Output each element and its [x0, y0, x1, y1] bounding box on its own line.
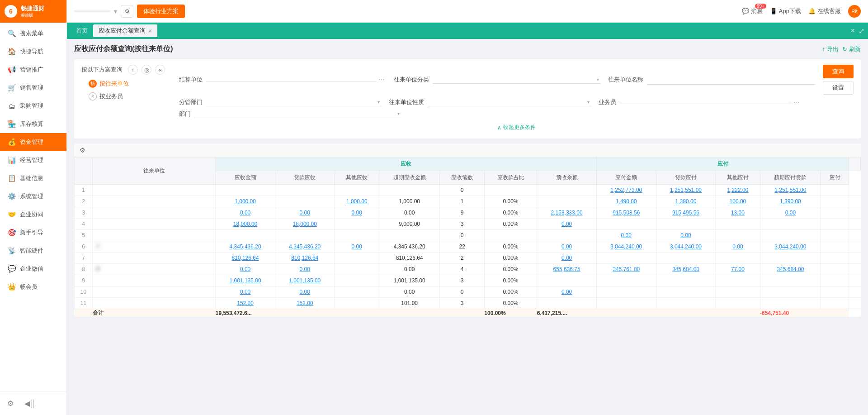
sidebar-item-finance[interactable]: 💰 资金管理: [0, 133, 66, 151]
table-cell[interactable]: 0.00: [716, 241, 760, 253]
table-cell[interactable]: 915,495.56: [656, 207, 716, 219]
settlement-input[interactable]: [206, 78, 377, 81]
table-cell[interactable]: [335, 264, 379, 275]
table-cell[interactable]: 0.00: [275, 286, 335, 298]
table-cell[interactable]: [760, 253, 821, 264]
sidebar-item-purchase[interactable]: 🗂 采购管理: [0, 97, 66, 115]
table-cell[interactable]: 1,001,135.00: [275, 275, 335, 286]
sidebar-collapse-btn[interactable]: ◀║: [24, 399, 35, 408]
partner-name-input[interactable]: [647, 75, 816, 85]
refresh-btn[interactable]: ↻ 刷新: [842, 45, 861, 53]
table-cell[interactable]: 152.00: [216, 298, 275, 309]
table-cell[interactable]: [760, 219, 821, 230]
collapse-btn[interactable]: ∧ 收起更多条件: [179, 122, 854, 133]
plan-item-bystaff[interactable]: ⏱ 按业务员: [85, 91, 172, 102]
table-cell[interactable]: [335, 219, 379, 230]
settings-button[interactable]: 设置: [823, 81, 854, 95]
table-cell[interactable]: [760, 286, 821, 298]
table-cell[interactable]: 13.00: [716, 207, 760, 219]
more-plan-btn[interactable]: «: [155, 65, 165, 75]
add-plan-btn[interactable]: +: [128, 65, 138, 75]
table-cell[interactable]: [716, 230, 760, 241]
dept-select[interactable]: ▾: [194, 110, 401, 118]
table-cell[interactable]: 1,000.00: [216, 196, 275, 207]
table-cell[interactable]: 1,252,773.00: [596, 185, 656, 196]
table-cell[interactable]: 3,044,240.00: [760, 241, 821, 253]
table-cell[interactable]: 0.00: [216, 264, 275, 275]
table-cell[interactable]: 152.00: [275, 298, 335, 309]
topbar-settings-btn[interactable]: ⚙: [121, 5, 133, 18]
table-cell[interactable]: 0.00: [275, 264, 335, 275]
table-cell[interactable]: [216, 230, 275, 241]
tab-close-icon[interactable]: ×: [148, 27, 152, 34]
table-cell[interactable]: 0.00: [335, 241, 379, 253]
plan-item-byunit[interactable]: 畅 按往来单位: [85, 78, 172, 89]
table-cell[interactable]: 810,126.64: [216, 253, 275, 264]
tab-receivable[interactable]: 应收应付余额查询 ×: [93, 24, 157, 37]
sidebar-item-marketing[interactable]: 📢 营销推广: [0, 61, 66, 79]
sidebar-item-weixin[interactable]: 💬 企业微信: [0, 260, 66, 278]
table-cell[interactable]: 810,126.64: [275, 253, 335, 264]
app-download-btn[interactable]: 📱 App下载: [770, 7, 801, 15]
table-cell[interactable]: [656, 298, 716, 309]
sidebar-item-basic[interactable]: 📋 基础信息: [0, 169, 66, 187]
table-cell[interactable]: 100.00: [716, 196, 760, 207]
table-cell[interactable]: [656, 219, 716, 230]
sidebar-item-guide[interactable]: 🎯 新手引导: [0, 224, 66, 242]
table-cell[interactable]: 0.00: [275, 207, 335, 219]
table-cell[interactable]: 345,684.00: [656, 264, 716, 275]
sidebar-item-hardware[interactable]: 📡 智能硬件: [0, 242, 66, 260]
sidebar-settings-btn[interactable]: ⚙: [7, 399, 14, 408]
table-cell[interactable]: 18,000.00: [216, 219, 275, 230]
edit-plan-btn[interactable]: ◎: [142, 65, 151, 75]
table-cell[interactable]: 0.00: [596, 230, 656, 241]
table-cell[interactable]: [656, 275, 716, 286]
table-cell[interactable]: 0.00: [335, 207, 379, 219]
settlement-more-icon[interactable]: ···: [377, 76, 386, 84]
table-cell[interactable]: 0.00: [216, 286, 275, 298]
table-cell[interactable]: [275, 185, 335, 196]
user-avatar[interactable]: Rit: [848, 5, 861, 18]
table-cell[interactable]: [335, 185, 379, 196]
table-cell[interactable]: 1,390.00: [656, 196, 716, 207]
table-cell[interactable]: [335, 253, 379, 264]
dept-mgr-select[interactable]: ▾: [206, 98, 382, 106]
table-cell[interactable]: [656, 253, 716, 264]
sidebar-item-quicknav[interactable]: 🏠 快捷导航: [0, 43, 66, 61]
table-cell[interactable]: [335, 286, 379, 298]
table-cell[interactable]: [275, 230, 335, 241]
table-cell[interactable]: [716, 298, 760, 309]
salesperson-input[interactable]: [620, 101, 792, 104]
table-cell[interactable]: 0.00: [537, 241, 597, 253]
table-cell[interactable]: 18,000.00: [275, 219, 335, 230]
table-cell[interactable]: [716, 253, 760, 264]
tab-expand-btn[interactable]: ⤢: [859, 27, 864, 35]
footer-recv-amount[interactable]: 19,553,472.6...: [216, 309, 275, 317]
table-cell[interactable]: 1,001,135.00: [216, 275, 275, 286]
sidebar-item-member[interactable]: 👑 畅会员: [0, 278, 66, 296]
table-settings-icon[interactable]: ⚙: [80, 147, 85, 154]
table-cell[interactable]: [335, 230, 379, 241]
table-cell[interactable]: 3,044,240.00: [656, 241, 716, 253]
table-cell[interactable]: [760, 298, 821, 309]
sidebar-item-operation[interactable]: 📊 经营管理: [0, 151, 66, 169]
table-cell[interactable]: 77.00: [716, 264, 760, 275]
table-cell[interactable]: 2,153,333.00: [537, 207, 597, 219]
table-cell[interactable]: [596, 286, 656, 298]
table-cell[interactable]: 0.00: [656, 230, 716, 241]
table-cell[interactable]: 1,251,551.00: [656, 185, 716, 196]
partner-nature-select[interactable]: ▾: [428, 98, 591, 106]
table-cell[interactable]: 0.00: [537, 253, 597, 264]
table-cell[interactable]: 0.00: [216, 207, 275, 219]
table-cell[interactable]: [760, 230, 821, 241]
export-btn[interactable]: ↑ 导出: [822, 45, 839, 53]
table-cell[interactable]: [335, 275, 379, 286]
partner-type-select[interactable]: ▾: [433, 76, 601, 84]
notification-btn[interactable]: 💬 消息 99+: [742, 7, 763, 15]
table-cell[interactable]: 1,490.00: [596, 196, 656, 207]
table-cell[interactable]: 4,345,436.20: [275, 241, 335, 253]
table-cell[interactable]: [596, 275, 656, 286]
sidebar-item-collab[interactable]: 🤝 企业协同: [0, 205, 66, 224]
cta-button[interactable]: 体验行业方案: [137, 5, 185, 18]
table-cell[interactable]: [216, 185, 275, 196]
